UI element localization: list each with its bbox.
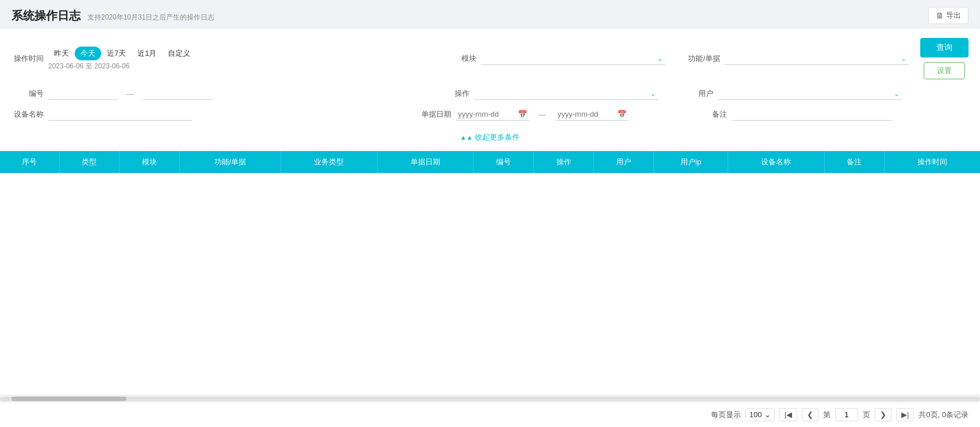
settings-button[interactable]: 设置 (924, 62, 965, 79)
time-btn-today[interactable]: 今天 (75, 47, 101, 60)
device-label: 设备名称 (11, 109, 44, 120)
user-filter-item: 用户 ⌄ (681, 88, 902, 100)
operation-label: 操作 (437, 89, 470, 99)
remark-input[interactable] (732, 108, 893, 121)
export-label: 导出 (946, 10, 961, 21)
col-operation-time: 操作时间 (884, 151, 980, 173)
time-filter-group: 昨天 今天 近7天 近1月 自定义 (48, 47, 196, 60)
user-select[interactable]: ⌄ (718, 88, 902, 100)
page-size-value: 100 (750, 410, 762, 419)
user-label: 用户 (681, 89, 713, 99)
page-size-chevron-icon: ⌄ (764, 410, 771, 419)
module-label: 模块 (444, 53, 476, 64)
user-chevron-icon: ⌄ (894, 90, 900, 98)
remark-label: 备注 (695, 109, 727, 120)
export-icon: 🗎 (936, 11, 944, 20)
col-module: 模块 (120, 151, 179, 173)
time-btn-yesterday[interactable]: 昨天 (48, 47, 75, 60)
time-btn-7days[interactable]: 近7天 (101, 47, 132, 60)
table-header-row: 序号 类型 模块 功能/单据 业务类型 单据日期 编号 操作 用户 用户ip 设… (0, 151, 980, 173)
filter-row-1: 操作时间 昨天 今天 近7天 近1月 自定义 2023-06-06 至 2023… (11, 38, 969, 79)
col-voucher-date: 单据日期 (377, 151, 474, 173)
voucher-date-label: 单据日期 (419, 109, 451, 120)
time-btn-1month[interactable]: 近1月 (132, 47, 162, 60)
serial-input-from[interactable] (48, 87, 117, 100)
remark-filter-item: 备注 (695, 108, 902, 121)
serial-label: 编号 (11, 89, 44, 99)
page-size-select[interactable]: 100 ⌄ (745, 408, 775, 421)
table-container: 序号 类型 模块 功能/单据 业务类型 单据日期 编号 操作 用户 用户ip 设… (0, 151, 980, 395)
function-select[interactable]: ⌄ (725, 53, 909, 65)
col-type: 类型 (59, 151, 119, 173)
module-select[interactable]: ⌄ (481, 53, 665, 65)
main-content: 序号 类型 模块 功能/单据 业务类型 单据日期 编号 操作 用户 用户ip 设… (0, 151, 980, 427)
last-page-button[interactable]: ▶| (896, 408, 914, 421)
time-filter-item: 操作时间 昨天 今天 近7天 近1月 自定义 2023-06-06 至 2023… (11, 47, 207, 71)
time-label: 操作时间 (11, 53, 44, 64)
operation-select[interactable]: ⌄ (474, 88, 658, 100)
title-area: 系统操作日志 支持2020年10月31日之后产生的操作日志 (11, 8, 214, 24)
device-filter-item: 设备名称 (11, 108, 207, 121)
col-function: 功能/单据 (179, 151, 280, 173)
filter-row-2: 编号 — 操作 ⌄ 用户 ⌄ (11, 87, 969, 100)
col-user: 用户 (594, 151, 654, 173)
operation-chevron-icon: ⌄ (650, 90, 656, 98)
col-user-ip: 用户ip (654, 151, 728, 173)
page-unit: 页 (863, 410, 870, 420)
collapse-row: ▲▲ 收起更多条件 (11, 129, 969, 145)
serial-divider: — (126, 90, 134, 98)
serial-input-to[interactable] (143, 87, 212, 100)
data-table: 序号 类型 模块 功能/单据 业务类型 单据日期 编号 操作 用户 用户ip 设… (0, 151, 980, 173)
col-business-type: 业务类型 (281, 151, 378, 173)
time-btn-custom[interactable]: 自定义 (162, 47, 196, 60)
module-filter-item: 模块 ⌄ (444, 53, 665, 65)
function-label: 功能/单据 (688, 53, 720, 64)
pagination-summary: 共0页, 0条记录 (918, 410, 969, 420)
col-remark: 备注 (824, 151, 884, 173)
prev-page-button[interactable]: ❮ (802, 408, 818, 421)
collapse-icon: ▲▲ (460, 134, 473, 141)
date-divider: — (539, 110, 546, 119)
page-title: 系统操作日志 (11, 8, 80, 24)
date-from-wrapper: 📅 (456, 108, 529, 121)
filter-row-3: 设备名称 单据日期 📅 — 📅 备注 (11, 108, 969, 121)
horizontal-scrollbar[interactable] (0, 395, 980, 402)
calendar-to-icon[interactable]: 📅 (617, 110, 627, 118)
date-to-input[interactable] (558, 110, 615, 118)
filter-area: 操作时间 昨天 今天 近7天 近1月 自定义 2023-06-06 至 2023… (0, 29, 980, 151)
time-filter-wrapper: 昨天 今天 近7天 近1月 自定义 2023-06-06 至 2023-06-0… (48, 47, 196, 71)
col-device-name: 设备名称 (728, 151, 824, 173)
pagination-bar: 每页显示 100 ⌄ |◀ ❮ 第 1 页 ❯ ▶| 共0页, 0条记录 (0, 402, 980, 427)
calendar-from-icon[interactable]: 📅 (518, 110, 527, 118)
voucher-date-filter-item: 单据日期 📅 — 📅 (419, 108, 672, 121)
scrollbar-thumb[interactable] (11, 397, 126, 401)
col-operation: 操作 (533, 151, 593, 173)
module-chevron-icon: ⌄ (657, 55, 663, 63)
next-page-button[interactable]: ❯ (875, 408, 891, 421)
time-range-text: 2023-06-06 至 2023-06-06 (48, 61, 196, 71)
device-input[interactable] (48, 108, 192, 121)
action-buttons: 查询 设置 (920, 38, 969, 79)
export-button[interactable]: 🗎 导出 (928, 7, 969, 24)
per-page-label: 每页显示 (711, 410, 741, 420)
page-subtitle: 支持2020年10月31日之后产生的操作日志 (87, 13, 214, 22)
page-header: 系统操作日志 支持2020年10月31日之后产生的操作日志 🗎 导出 (0, 0, 980, 29)
col-serial: 序号 (0, 151, 59, 173)
function-filter-item: 功能/单据 ⌄ (688, 53, 909, 65)
page-label: 第 (823, 410, 831, 420)
table-header: 序号 类型 模块 功能/单据 业务类型 单据日期 编号 操作 用户 用户ip 设… (0, 151, 980, 173)
page-number-input[interactable]: 1 (835, 408, 858, 421)
col-number: 编号 (474, 151, 533, 173)
scrollbar-track (0, 397, 980, 401)
operation-filter-item: 操作 ⌄ (437, 88, 658, 100)
function-chevron-icon: ⌄ (901, 55, 906, 63)
date-to-wrapper: 📅 (555, 108, 629, 121)
collapse-label: 收起更多条件 (475, 132, 520, 143)
first-page-button[interactable]: |◀ (779, 408, 797, 421)
serial-filter-item: 编号 — (11, 87, 212, 100)
date-from-input[interactable] (458, 110, 516, 118)
query-button[interactable]: 查询 (920, 38, 969, 57)
collapse-button[interactable]: ▲▲ 收起更多条件 (460, 132, 520, 143)
